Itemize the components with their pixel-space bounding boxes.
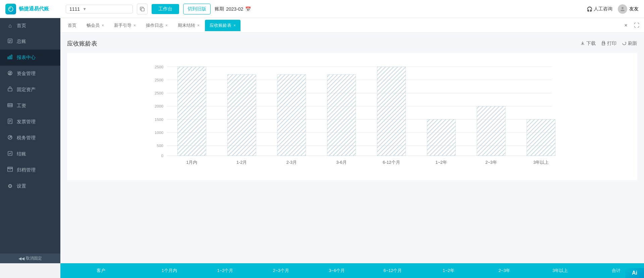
svg-point-1 <box>622 7 624 9</box>
tab-oplog-label: 操作日志 <box>146 22 163 28</box>
svg-rect-20 <box>8 151 12 155</box>
sidebar-item-ledger[interactable]: 总账 <box>0 33 60 50</box>
calendar-icon[interactable]: 📅 <box>245 6 251 12</box>
sidebar-label-archive: 归档管理 <box>17 167 36 173</box>
content-area: 首页 畅会员 × 新手引导 × 操作日志 × 期末结转 × 应收账龄表 × <box>60 18 644 263</box>
svg-rect-8 <box>11 55 12 59</box>
page-actions: 下载 打印 <box>580 41 637 47</box>
funds-icon <box>7 70 13 77</box>
sidebar-label-ledger: 总账 <box>17 39 26 45</box>
svg-text:3年以上: 3年以上 <box>533 160 549 165</box>
ledger-icon <box>7 38 13 45</box>
tab-guide-close[interactable]: × <box>133 23 136 27</box>
sidebar: ⌂ 首页 总账 报表中心 <box>0 18 60 263</box>
svg-text:1000: 1000 <box>155 130 163 135</box>
svg-text:1-2月: 1-2月 <box>236 160 247 165</box>
cancel-fixed-label: 取消固定 <box>26 256 42 261</box>
chart-container: 2500 2500 2500 2000 1500 1000 500 0 <box>67 53 637 180</box>
sidebar-item-funds[interactable]: 资金管理 <box>0 66 60 82</box>
company-selector[interactable]: 1111 ▼ <box>66 5 133 13</box>
workbench-button[interactable]: 工作台 <box>152 4 179 14</box>
svg-rect-0 <box>141 8 144 11</box>
sidebar-label-settings: 设置 <box>17 183 26 189</box>
svg-point-26 <box>604 43 605 44</box>
sidebar-label-funds: 资金管理 <box>17 71 36 77</box>
top-header: 畅捷通易代账 1111 ▼ 工作台 切到旧版 账期 2023-02 📅 🎧 人工… <box>0 0 644 18</box>
refresh-label: 刷新 <box>628 41 637 47</box>
col-3year-plus: 3年以上 <box>532 268 588 274</box>
col-2-3month: 2~3个月 <box>253 268 309 274</box>
pin-icon: ◀◀ <box>18 256 24 261</box>
ai-badge[interactable]: Ai <box>625 268 644 278</box>
col-3-6month: 3~6个月 <box>309 268 365 274</box>
checkout-icon <box>7 151 13 157</box>
tab-member-close[interactable]: × <box>102 23 104 27</box>
page-header: 应收账龄表 下载 <box>67 40 637 48</box>
sidebar-item-reports[interactable]: 报表中心 <box>0 50 60 66</box>
tab-ar-aging-close[interactable]: × <box>233 23 236 27</box>
sidebar-item-settings[interactable]: ⚙ 设置 <box>0 178 60 194</box>
svg-rect-25 <box>602 41 604 43</box>
download-button[interactable]: 下载 <box>580 41 596 47</box>
period-label: 账期 <box>215 6 224 12</box>
print-label: 打印 <box>607 41 616 47</box>
download-icon <box>580 41 585 47</box>
page-content: 应收账龄表 下载 <box>60 33 644 263</box>
sidebar-item-invoice[interactable]: 发票管理 <box>0 114 60 130</box>
svg-text:1~2年: 1~2年 <box>435 160 447 165</box>
svg-text:6-12个月: 6-12个月 <box>383 160 400 165</box>
headphone-icon: 🎧 <box>587 6 592 12</box>
print-icon <box>601 41 606 47</box>
switch-version-button[interactable]: 切到旧版 <box>183 4 211 14</box>
close-all-button[interactable]: × <box>621 21 631 30</box>
svg-rect-58 <box>527 120 555 156</box>
download-label: 下载 <box>586 41 596 47</box>
svg-text:1500: 1500 <box>155 117 163 122</box>
svg-text:2500: 2500 <box>155 78 163 82</box>
col-1-2year: 1~2年 <box>421 268 476 274</box>
tab-oplog-close[interactable]: × <box>165 23 168 27</box>
maximize-button[interactable]: ⛶ <box>632 21 641 30</box>
tab-home[interactable]: 首页 <box>63 20 81 31</box>
svg-text:2~3年: 2~3年 <box>485 160 497 165</box>
table-footer: 客户 1个月内 1~2个月 2~3个月 3~6个月 6~12个月 1~2年 2~… <box>60 263 644 278</box>
svg-text:2000: 2000 <box>155 104 163 108</box>
sidebar-item-checkout[interactable]: 结账 <box>0 146 60 162</box>
col-1month: 1个月内 <box>142 268 197 274</box>
logo-area: 畅捷通易代账 <box>5 4 66 14</box>
svg-text:3-6月: 3-6月 <box>336 160 346 165</box>
user-label: 友友 <box>629 6 639 12</box>
sidebar-item-archive[interactable]: 归档管理 <box>0 162 60 178</box>
tab-oplog[interactable]: 操作日志 × <box>141 20 172 31</box>
svg-rect-48 <box>277 75 306 156</box>
tab-period-end[interactable]: 期末结转 × <box>173 20 204 31</box>
sidebar-item-tax[interactable]: 税务管理 <box>0 130 60 146</box>
sidebar-label-invoice: 发票管理 <box>17 119 36 125</box>
tab-period-end-close[interactable]: × <box>197 23 200 27</box>
tabs-bar: 首页 畅会员 × 新手引导 × 操作日志 × 期末结转 × 应收账龄表 × <box>60 18 644 33</box>
consult-button[interactable]: 🎧 人工咨询 <box>587 6 612 12</box>
svg-rect-54 <box>427 120 455 156</box>
tab-member[interactable]: 畅会员 × <box>82 20 109 31</box>
svg-rect-7 <box>9 56 10 59</box>
salary-icon <box>7 102 13 109</box>
refresh-button[interactable]: 刷新 <box>622 41 637 47</box>
sidebar-item-home[interactable]: ⌂ 首页 <box>0 18 60 33</box>
tabs-actions: × ⛶ <box>621 21 641 30</box>
user-area[interactable]: 友友 <box>618 4 639 14</box>
print-button[interactable]: 打印 <box>601 41 616 47</box>
svg-text:2-3月: 2-3月 <box>286 160 297 165</box>
period-area: 账期 2023-02 📅 <box>215 6 251 12</box>
svg-text:1月内: 1月内 <box>186 160 197 165</box>
copy-button[interactable] <box>137 4 148 14</box>
cancel-fixed-button[interactable]: ◀◀ 取消固定 <box>0 254 60 263</box>
chevron-down-icon: ▼ <box>83 7 87 11</box>
tab-guide[interactable]: 新手引导 × <box>109 20 141 31</box>
sidebar-item-salary[interactable]: 工资 <box>0 98 60 114</box>
tab-home-label: 首页 <box>68 22 76 28</box>
avatar <box>618 4 627 14</box>
header-middle: 1111 ▼ 工作台 切到旧版 账期 2023-02 📅 <box>66 4 587 14</box>
tab-ar-aging[interactable]: 应收账龄表 × <box>205 20 240 31</box>
sidebar-item-assets[interactable]: 固定资产 <box>0 82 60 98</box>
sidebar-label-checkout: 结账 <box>17 151 26 157</box>
